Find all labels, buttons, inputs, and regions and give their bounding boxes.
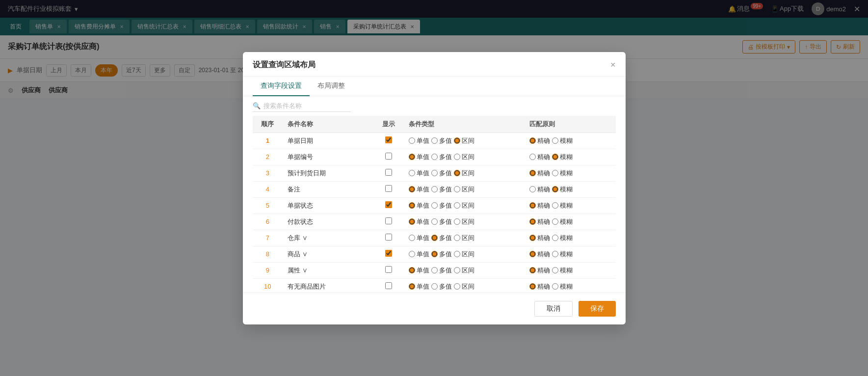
modal-title: 设置查询区域布局 <box>253 60 316 70</box>
modal-close-button[interactable]: × <box>610 60 616 69</box>
modal-header: 设置查询区域布局 × <box>243 52 626 77</box>
search-bar: 🔍 <box>243 96 626 100</box>
modal-overlay: 设置查询区域布局 × 查询字段设置 布局调整 🔍 顺序 <box>0 0 868 99</box>
modal-tab-query-fields-label: 查询字段设置 <box>261 81 302 89</box>
modal-tabs: 查询字段设置 布局调整 <box>243 77 626 96</box>
modal-tab-layout-label: 布局调整 <box>317 81 345 89</box>
modal-dialog: 设置查询区域布局 × 查询字段设置 布局调整 🔍 顺序 <box>243 52 626 100</box>
modal-tab-query-fields[interactable]: 查询字段设置 <box>253 77 310 96</box>
modal-tab-layout[interactable]: 布局调整 <box>310 77 353 96</box>
